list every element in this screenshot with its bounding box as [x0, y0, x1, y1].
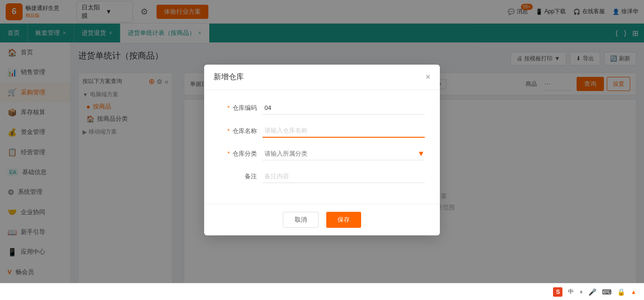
required-mark-name: *	[227, 127, 230, 134]
dialog-add-warehouse: 新增仓库 × * 仓库编码 * 仓库名称	[204, 65, 440, 235]
required-mark-code: *	[227, 104, 230, 111]
bottom-s-logo: S	[553, 287, 562, 297]
form-row-remark: 备注	[219, 170, 425, 183]
remark-label-text: 备注	[245, 173, 257, 180]
category-dropdown-icon[interactable]: ▼	[417, 150, 425, 158]
save-button[interactable]: 保存	[326, 212, 361, 228]
dialog-body: * 仓库编码 * 仓库名称 * 仓库分类	[204, 90, 440, 204]
bottom-lock-icon[interactable]: 🔒	[617, 288, 625, 296]
category-label-text: 仓库分类	[232, 150, 257, 157]
dialog-header: 新增仓库 ×	[204, 65, 440, 90]
bottom-diamond-icon: ♦	[579, 288, 583, 295]
bottom-bar: S 中 ♦ 🎤 ⌨ 🔒 ▲	[0, 283, 644, 300]
dialog-title: 新增仓库	[214, 72, 244, 82]
name-input[interactable]	[263, 124, 425, 138]
code-input[interactable]	[263, 101, 425, 115]
dialog-footer: 取消 保存	[204, 204, 440, 235]
cancel-button[interactable]: 取消	[283, 212, 319, 228]
bottom-arrow-icon[interactable]: ▲	[631, 289, 636, 295]
remark-input[interactable]	[263, 170, 425, 183]
category-input[interactable]	[263, 147, 417, 160]
dialog-close-button[interactable]: ×	[425, 72, 430, 82]
form-row-name: * 仓库名称	[219, 124, 425, 138]
required-mark-category: *	[227, 150, 230, 157]
bottom-logo: S	[553, 287, 562, 297]
name-label: * 仓库名称	[219, 127, 257, 135]
remark-label: 备注	[219, 172, 257, 181]
form-row-category: * 仓库分类 ▼	[219, 147, 425, 160]
code-label: * 仓库编码	[219, 104, 257, 112]
category-select-wrapper[interactable]: ▼	[263, 147, 425, 160]
bottom-zh-label[interactable]: 中	[568, 288, 574, 296]
form-row-code: * 仓库编码	[219, 101, 425, 115]
category-label: * 仓库分类	[219, 150, 257, 158]
code-label-text: 仓库编码	[232, 104, 257, 111]
modal-overlay[interactable]: 新增仓库 × * 仓库编码 * 仓库名称	[0, 0, 644, 300]
bottom-keyboard-icon[interactable]: ⌨	[602, 288, 611, 296]
bottom-mic-icon[interactable]: 🎤	[588, 288, 596, 296]
name-label-text: 仓库名称	[232, 127, 257, 134]
